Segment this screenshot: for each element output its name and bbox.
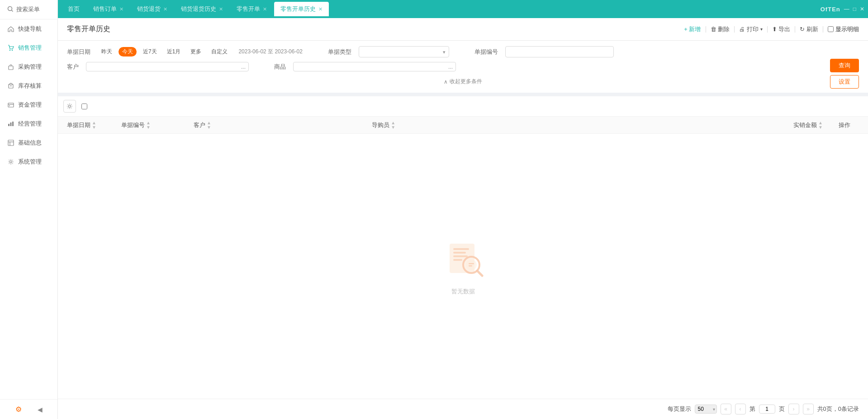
- page-first-btn[interactable]: «: [721, 404, 731, 414]
- th-amount[interactable]: 实销金额 ▲▼: [772, 121, 826, 130]
- collapse-sidebar-icon[interactable]: ◀: [38, 406, 43, 413]
- sidebar-item-purchase-mgmt[interactable]: 采购管理: [0, 57, 57, 76]
- date-btn-custom[interactable]: 自定义: [208, 47, 231, 56]
- delete-button[interactable]: 🗑 删除: [711, 25, 730, 33]
- goods-filter-input[interactable]: [296, 63, 446, 70]
- top-nav: 首页 销售订单 ✕ 销货退货 ✕ 销货退货历史 ✕ 零售开单 ✕ 零售开单历史 …: [58, 0, 868, 18]
- svg-rect-21: [453, 255, 468, 257]
- th-guide-label: 导购员: [372, 121, 389, 129]
- settings-button[interactable]: 设置: [830, 75, 859, 89]
- sidebar-item-label: 库存核算: [18, 82, 42, 90]
- query-button[interactable]: 查询: [830, 59, 859, 72]
- sidebar-item-inventory[interactable]: 库存核算: [0, 76, 57, 95]
- svg-line-25: [477, 271, 482, 276]
- sidebar-search[interactable]: 搜索采单: [0, 0, 57, 19]
- sidebar-item-finance[interactable]: 资金管理: [0, 95, 57, 114]
- num-filter-input[interactable]: [505, 46, 614, 57]
- svg-point-17: [69, 105, 71, 108]
- sidebar-item-label: 系统管理: [18, 158, 42, 166]
- table-settings-button[interactable]: [63, 100, 76, 113]
- tab-retail-open[interactable]: 零售开单 ✕: [230, 2, 273, 16]
- refresh-button[interactable]: ↻ 刷新: [800, 25, 818, 33]
- sidebar-item-basic-info[interactable]: 基础信息: [0, 133, 57, 152]
- svg-line-1: [12, 10, 13, 11]
- sidebar-item-sales-mgmt[interactable]: 销售管理: [0, 38, 57, 57]
- tab-sales-order-close[interactable]: ✕: [119, 6, 123, 12]
- type-select[interactable]: [359, 46, 449, 57]
- tab-retail-history-label: 零售开单历史: [280, 5, 316, 13]
- customer-filter-input[interactable]: [89, 63, 239, 70]
- th-customer[interactable]: 客户 ▲▼: [190, 121, 368, 130]
- date-options: 昨天 今天 近7天 近1月 更多 自定义: [98, 47, 231, 56]
- sidebar-item-label: 采购管理: [18, 63, 42, 71]
- sidebar-bottom: ⚙ ◀: [0, 399, 57, 419]
- main-content: 首页 销售订单 ✕ 销货退货 ✕ 销货退货历史 ✕ 零售开单 ✕ 零售开单历史 …: [58, 0, 868, 419]
- settings-icon[interactable]: ⚙: [15, 405, 22, 414]
- collapse-label: 收起更多条件: [450, 78, 482, 85]
- tab-sales-return-label: 销货退货: [137, 5, 161, 13]
- filter-row-2: 客户 ... 商品 ...: [67, 62, 859, 71]
- page-next-btn[interactable]: ›: [788, 404, 799, 414]
- cart-icon: [7, 44, 14, 52]
- tab-sales-return-history[interactable]: 销货退货历史 ✕: [175, 2, 229, 16]
- svg-rect-11: [10, 122, 12, 126]
- window-min-btn[interactable]: —: [844, 6, 849, 12]
- th-ops-label: 操作: [839, 121, 850, 129]
- tab-retail-open-close[interactable]: ✕: [263, 6, 267, 12]
- page-last-btn[interactable]: »: [803, 404, 814, 414]
- sidebar-item-label: 资金管理: [18, 101, 42, 109]
- svg-rect-22: [453, 259, 462, 261]
- display-detail-toggle[interactable]: 显示明细: [828, 25, 859, 33]
- date-btn-7days[interactable]: 近7天: [139, 47, 161, 56]
- date-btn-yesterday[interactable]: 昨天: [98, 47, 116, 56]
- date-btn-more[interactable]: 更多: [187, 47, 205, 56]
- tab-sales-return-history-close[interactable]: ✕: [219, 6, 223, 12]
- customer-ellipsis-btn[interactable]: ...: [241, 64, 246, 70]
- export-button[interactable]: ⬆ 导出: [772, 25, 791, 33]
- th-num[interactable]: 单据编号 ▲▼: [118, 121, 190, 130]
- page-title: 零售开单历史: [67, 24, 110, 40]
- display-detail-checkbox[interactable]: [828, 26, 834, 32]
- window-max-btn[interactable]: □: [853, 6, 856, 12]
- customer-filter-label: 客户: [67, 63, 79, 71]
- page-number-input[interactable]: [759, 405, 775, 414]
- sidebar-item-sys-mgmt[interactable]: 系统管理: [0, 152, 57, 171]
- date-btn-today[interactable]: 今天: [119, 47, 137, 56]
- tab-home[interactable]: 首页: [62, 2, 86, 16]
- search-icon: [7, 6, 14, 14]
- divider3: [767, 26, 768, 33]
- th-num-label: 单据编号: [121, 121, 145, 129]
- total-info: 共0页，0条记录: [817, 405, 859, 413]
- collapse-filter-btn[interactable]: ∧ 收起更多条件: [67, 76, 859, 87]
- tab-retail-history[interactable]: 零售开单历史 ✕: [274, 2, 329, 16]
- svg-rect-4: [9, 66, 13, 70]
- goods-ellipsis-btn[interactable]: ...: [448, 64, 453, 70]
- svg-point-24: [466, 259, 477, 270]
- print-button[interactable]: 🖨 打印 ▾: [739, 25, 763, 33]
- tab-sales-order-label: 销售订单: [93, 5, 117, 13]
- sidebar-item-ops-mgmt[interactable]: 经营管理: [0, 114, 57, 133]
- window-close-btn[interactable]: ✕: [860, 6, 864, 12]
- tab-sales-order[interactable]: 销售订单 ✕: [87, 2, 130, 16]
- content-area: 零售开单历史 + 新增 🗑 删除 🖨 打印 ▾ ⬆ 导出 ↻ 刷新 显示明细: [58, 18, 868, 419]
- page-label: 页: [779, 405, 785, 413]
- th-date[interactable]: 单据日期 ▲▼: [63, 121, 118, 130]
- date-btn-1month[interactable]: 近1月: [163, 47, 185, 56]
- page-size-select[interactable]: 50 10 20 100: [695, 405, 717, 414]
- svg-rect-13: [8, 140, 14, 146]
- sidebar-item-label: 快捷导航: [18, 25, 42, 33]
- add-button[interactable]: + 新增: [684, 25, 701, 33]
- tab-retail-history-close[interactable]: ✕: [318, 6, 323, 12]
- tab-sales-return-close[interactable]: ✕: [163, 6, 167, 12]
- svg-rect-27: [469, 265, 472, 267]
- th-guide[interactable]: 导购员 ▲▼: [368, 121, 422, 130]
- page-size-select-wrap: 50 10 20 100 ▾: [695, 405, 717, 414]
- sidebar-item-quick-nav[interactable]: 快捷导航: [0, 19, 57, 38]
- svg-rect-12: [12, 122, 14, 126]
- page-prev-btn[interactable]: ‹: [735, 404, 746, 414]
- select-all-checkbox[interactable]: [81, 104, 87, 109]
- sidebar-item-label: 经营管理: [18, 120, 42, 128]
- svg-point-3: [12, 50, 13, 51]
- th-customer-sort: ▲▼: [207, 121, 211, 130]
- tab-sales-return[interactable]: 销货退货 ✕: [131, 2, 174, 16]
